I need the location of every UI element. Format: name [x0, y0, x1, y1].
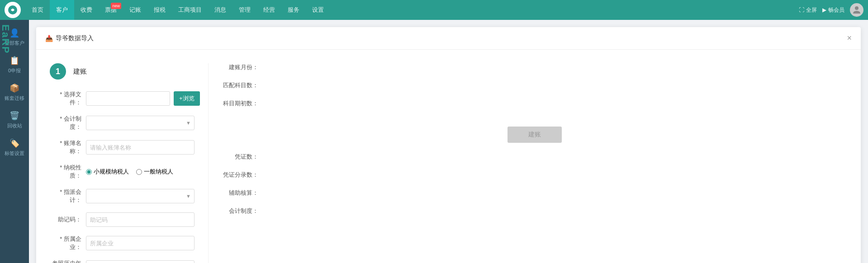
- nav-item-工商项目[interactable]: 工商项目: [172, 0, 208, 20]
- sidebar-item-label: 账套迁移: [5, 95, 24, 102]
- match-subjects-label: 匹配科目数：: [222, 81, 263, 89]
- svg-point-1: [855, 6, 859, 10]
- vip-button[interactable]: ▶ 畅会员: [822, 6, 844, 14]
- dialog: 📥 导爷数据导入 × 1 建账: [36, 27, 861, 263]
- dialog-header: 📥 导爷数据导入 ×: [36, 27, 861, 50]
- ledger-name-row: * 账簿名称：: [50, 139, 194, 155]
- close-button[interactable]: ×: [847, 33, 852, 43]
- nav-item-收费[interactable]: 收费: [74, 0, 99, 20]
- step-header: 1 建账: [50, 63, 194, 80]
- step-circle: 1: [50, 63, 66, 80]
- assign-accountant-select-wrapper: ▼: [86, 189, 194, 203]
- nav-item-经营[interactable]: 经营: [257, 0, 281, 20]
- memo-code-input[interactable]: [86, 212, 194, 227]
- assign-accountant-row: * 指派会计： ▼: [50, 188, 194, 204]
- tax-small-radio[interactable]: [86, 169, 92, 175]
- history-year-label: 参照历史年度：: [50, 259, 86, 263]
- tax-general-radio[interactable]: [136, 169, 142, 175]
- step-number: 1: [56, 67, 60, 76]
- ledger-name-label-text: * 账簿名称：: [60, 140, 81, 155]
- file-label: * 选择文件：: [50, 90, 86, 107]
- tax-type-label: * 纳税性质：: [50, 164, 86, 180]
- voucher-records-row: 凭证分录数：: [222, 171, 847, 179]
- nav-item-消息[interactable]: 消息: [208, 0, 232, 20]
- vip-icon: ▶: [822, 7, 826, 13]
- nav-item-管理[interactable]: 管理: [232, 0, 257, 20]
- voucher-records-label: 凭证分录数：: [222, 171, 263, 179]
- fullscreen-button[interactable]: ⛶ 全屏: [799, 6, 817, 14]
- logo[interactable]: [5, 2, 21, 18]
- init-amount-row: 科目期初数：: [222, 99, 847, 108]
- assign-accountant-select[interactable]: [86, 189, 194, 203]
- memo-code-label: 助记码：: [50, 216, 86, 224]
- info-section: 建账月份： 匹配科目数： 科目期初数： 建账: [208, 63, 861, 263]
- tag-icon: 🏷️: [9, 138, 19, 148]
- nav-item-首页[interactable]: 首页: [25, 0, 50, 20]
- assign-accountant-label-text: * 指派会计：: [60, 188, 81, 203]
- nav-item-票据[interactable]: 票据new: [99, 0, 123, 20]
- file-row: * 选择文件： +浏览: [50, 90, 194, 107]
- fullscreen-label: 全屏: [806, 6, 817, 14]
- dialog-accounting-system-label: 会计制度：: [222, 207, 263, 215]
- history-year-select[interactable]: [86, 260, 194, 263]
- history-year-label-text: 参照历史年度：: [52, 260, 81, 263]
- step-section: 1 建账 * 选择文件： +浏览: [36, 63, 208, 263]
- sidebar-item-label: 标签设置: [5, 150, 24, 157]
- sidebar-item-declare[interactable]: 📋 0申报: [0, 51, 29, 79]
- vip-label: 畅会员: [828, 6, 844, 14]
- dialog-title: 导爷数据导入: [56, 34, 94, 42]
- aux-accounting-row: 辅助核算：: [222, 189, 847, 197]
- content-area: 📥 导爷数据导入 × 1 建账: [29, 20, 868, 263]
- nav-item-设置[interactable]: 设置: [306, 0, 330, 20]
- sidebar-item-label: 0申报: [8, 67, 21, 74]
- user-avatar[interactable]: [850, 3, 863, 17]
- tax-general-label: 一般纳税人: [144, 168, 173, 176]
- nav-item-客户[interactable]: 客户: [50, 0, 74, 20]
- migrate-icon: 📦: [9, 83, 19, 93]
- aux-accounting-label: 辅助核算：: [222, 189, 263, 197]
- fullscreen-icon: ⛶: [799, 7, 804, 13]
- sidebar-item-recycle[interactable]: 🗑️ 回收站: [0, 106, 29, 134]
- declare-icon: 📋: [9, 56, 19, 66]
- browse-button[interactable]: +浏览: [174, 91, 200, 106]
- file-input[interactable]: [86, 91, 170, 106]
- sidebar-item-label: 回收站: [7, 122, 22, 129]
- dialog-body: 1 建账 * 选择文件： +浏览: [36, 50, 861, 263]
- dialog-title-area: 📥 导爷数据导入: [45, 34, 94, 42]
- month-label: 建账月份：: [222, 63, 263, 71]
- file-label-text: * 选择文件：: [60, 91, 81, 106]
- company-input[interactable]: [86, 236, 194, 250]
- build-account-button[interactable]: 建账: [508, 127, 562, 143]
- match-subjects-row: 匹配科目数：: [222, 81, 847, 89]
- ledger-name-input[interactable]: [86, 140, 194, 155]
- accounting-system-label-text: * 会计制度：: [60, 115, 81, 130]
- accounting-system-select-wrapper: ▼: [86, 116, 194, 130]
- assign-accountant-label: * 指派会计：: [50, 188, 86, 204]
- init-amount-label: 科目期初数：: [222, 99, 263, 108]
- voucher-count-label: 凭证数：: [222, 153, 263, 161]
- nav-item-服务[interactable]: 服务: [281, 0, 306, 20]
- history-year-select-wrapper: ▼: [86, 260, 194, 263]
- tax-type-row: * 纳税性质： 小规模纳税人 一般纳税人: [50, 164, 194, 180]
- accounting-system-row: * 会计制度： ▼: [50, 115, 194, 131]
- sidebar: 👤 全部客户 📋 0申报 📦 账套迁移 🗑️ 回收站 🏷️ 标签设置: [0, 20, 29, 263]
- accounting-system-select[interactable]: [86, 116, 194, 130]
- file-input-group: +浏览: [86, 91, 200, 106]
- tax-small-option[interactable]: 小规模纳税人: [86, 168, 129, 176]
- tax-type-radio-group: 小规模纳税人 一般纳税人: [86, 168, 173, 176]
- step-label: 建账: [73, 67, 87, 76]
- company-label-text: * 所属企业：: [60, 235, 81, 250]
- tax-type-label-text: * 纳税性质：: [60, 164, 81, 179]
- dialog-accounting-system-row: 会计制度：: [222, 207, 847, 215]
- tax-small-label: 小规模纳税人: [94, 168, 129, 176]
- company-label: * 所属企业：: [50, 235, 86, 251]
- company-row: * 所属企业：: [50, 235, 194, 251]
- tax-general-option[interactable]: 一般纳税人: [136, 168, 173, 176]
- navbar: 首页客户收费票据new记账报税工商项目消息管理经营服务设置 ⛶ 全屏 ▶ 畅会员: [0, 0, 868, 20]
- recycle-icon: 🗑️: [9, 111, 19, 121]
- build-btn-area: 建账: [222, 117, 847, 143]
- sidebar-item-migrate[interactable]: 📦 账套迁移: [0, 79, 29, 106]
- nav-item-记账[interactable]: 记账: [123, 0, 147, 20]
- nav-item-报税[interactable]: 报税: [147, 0, 172, 20]
- sidebar-item-tag-settings[interactable]: 🏷️ 标签设置: [0, 134, 29, 161]
